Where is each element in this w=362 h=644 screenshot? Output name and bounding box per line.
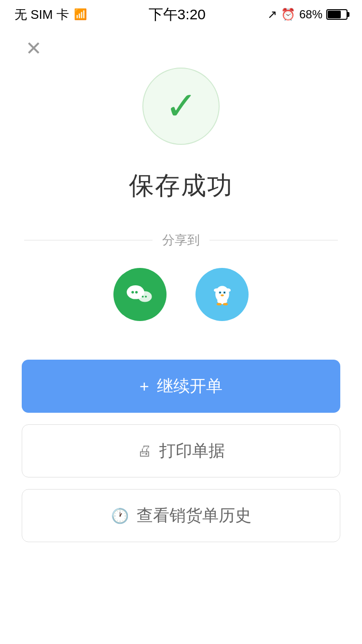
print-label: 打印单据 (159, 440, 225, 462)
status-right: ↗ ⏰ 68% (267, 8, 348, 21)
qq-icon (207, 279, 238, 310)
location-icon: ↗ (267, 8, 277, 21)
battery-icon (326, 9, 348, 20)
status-time: 下午3:20 (149, 5, 206, 25)
svg-point-15 (216, 303, 221, 305)
close-button[interactable]: ✕ (19, 34, 48, 63)
svg-point-1 (131, 291, 134, 293)
share-icons (113, 268, 249, 321)
wifi-icon: 📶 (74, 8, 87, 21)
status-left: 无 SIM 卡 📶 (14, 6, 87, 23)
alarm-icon: ⏰ (281, 8, 295, 21)
main-content: ✓ 保存成功 分享到 (0, 29, 362, 542)
svg-point-2 (135, 291, 138, 293)
share-label: 分享到 (162, 232, 200, 249)
svg-point-10 (219, 292, 221, 293)
action-buttons: + 继续开单 🖨 打印单据 🕐 查看销货单历史 (22, 360, 340, 542)
sim-status: 无 SIM 卡 (14, 6, 69, 23)
continue-label: 继续开单 (157, 375, 223, 397)
share-divider-container: 分享到 (24, 232, 338, 249)
svg-point-12 (221, 294, 224, 296)
divider-left (24, 240, 153, 240)
continue-button[interactable]: + 继续开单 (22, 360, 340, 413)
svg-point-4 (141, 295, 143, 297)
history-button[interactable]: 🕐 查看销货单历史 (22, 489, 340, 542)
svg-point-5 (145, 295, 147, 297)
checkmark-icon: ✓ (165, 87, 197, 126)
battery-percent: 68% (299, 8, 322, 21)
status-bar: 无 SIM 卡 📶 下午3:20 ↗ ⏰ 68% (0, 0, 362, 29)
qq-share-button[interactable] (195, 268, 249, 321)
wechat-icon (125, 279, 156, 310)
svg-point-16 (223, 303, 227, 305)
printer-icon: 🖨 (137, 443, 152, 459)
success-title: 保存成功 (129, 169, 233, 203)
history-icon: 🕐 (111, 507, 129, 524)
close-icon: ✕ (26, 39, 42, 58)
plus-icon: + (139, 377, 149, 396)
svg-point-11 (223, 292, 225, 293)
print-button[interactable]: 🖨 打印单据 (22, 424, 340, 477)
success-circle: ✓ (142, 68, 220, 145)
divider-right (209, 240, 338, 240)
wechat-share-button[interactable] (113, 268, 167, 321)
history-label: 查看销货单历史 (137, 504, 251, 527)
